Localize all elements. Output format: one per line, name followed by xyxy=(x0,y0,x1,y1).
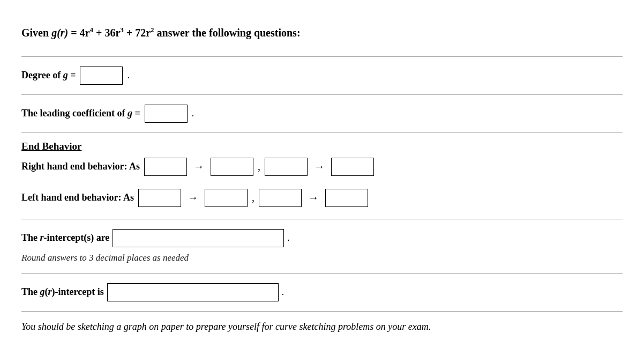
left-label: Left hand end behavior: As xyxy=(21,192,134,203)
degree-input[interactable] xyxy=(80,67,123,85)
right-result1-input[interactable] xyxy=(211,158,253,176)
left-arrow-1: → xyxy=(188,191,198,204)
given-term2: + 36r xyxy=(96,27,120,39)
given-func: g(r) xyxy=(51,27,68,39)
r-intercept-label-prefix: The r-intercept(s) are xyxy=(21,229,109,246)
r-intercept-input[interactable] xyxy=(113,229,284,247)
footer-text: You should be sketching a graph on paper… xyxy=(21,321,623,333)
r-intercept-period: . xyxy=(287,229,290,246)
exp-4: 4 xyxy=(90,26,94,34)
end-behavior-title: End Behavior xyxy=(21,141,623,152)
left-result2-input[interactable] xyxy=(325,189,368,207)
leading-label: The leading coefficient of g = xyxy=(21,108,140,119)
leading-period: . xyxy=(192,108,194,119)
right-label: Right hand end behavior: As xyxy=(21,161,140,172)
exp-3: 3 xyxy=(120,26,124,34)
left-arrow-2: → xyxy=(308,191,319,204)
given-term3: + 72r xyxy=(126,27,151,39)
g-intercept-period: . xyxy=(282,283,284,300)
left-as-input[interactable] xyxy=(138,189,181,207)
degree-label: Degree of g = xyxy=(21,70,76,81)
g-intercept-input[interactable] xyxy=(107,283,279,301)
right-g-input[interactable] xyxy=(265,158,308,176)
g-intercept-label: The g(r)-intercept is xyxy=(21,283,104,300)
exp-2: 2 xyxy=(151,26,154,34)
left-comma: , xyxy=(252,191,254,204)
right-result2-input[interactable] xyxy=(331,158,374,176)
r-intercept-note: Round answers to 3 decimal places as nee… xyxy=(21,253,623,263)
given-prefix: Given xyxy=(21,27,51,39)
given-equals: = 4r xyxy=(71,27,89,39)
right-arrow-1: → xyxy=(193,160,204,173)
right-arrow-2: → xyxy=(314,160,325,173)
left-g-input[interactable] xyxy=(259,189,302,207)
left-result1-input[interactable] xyxy=(205,189,248,207)
right-as-input[interactable] xyxy=(144,158,187,176)
given-suffix: answer the following questions: xyxy=(157,27,301,39)
leading-input[interactable] xyxy=(145,105,188,123)
right-comma: , xyxy=(258,160,260,173)
degree-period: . xyxy=(127,70,130,81)
